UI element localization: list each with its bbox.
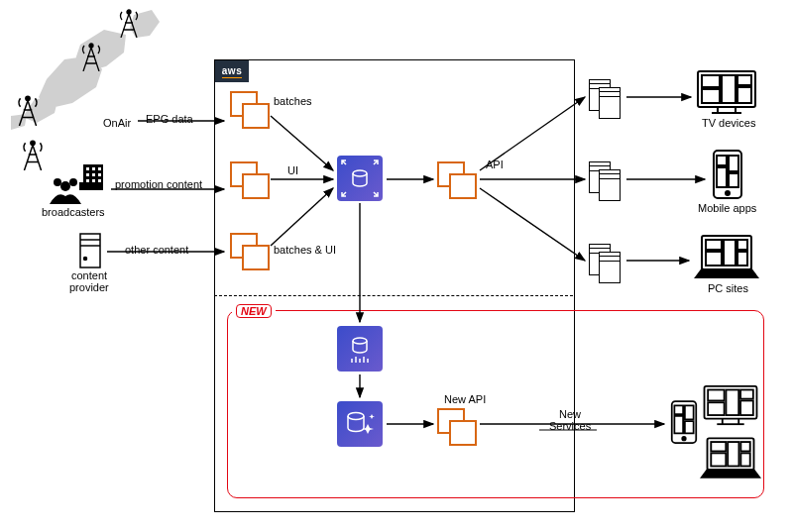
arrows-layer (0, 0, 793, 532)
